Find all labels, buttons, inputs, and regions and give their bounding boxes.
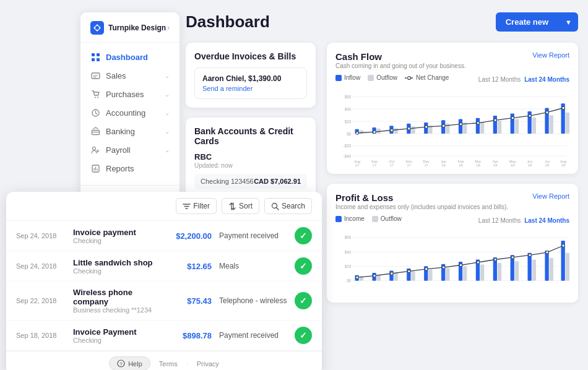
svg-line-140 bbox=[277, 207, 279, 209]
bank-updated-text: Updated: now bbox=[194, 162, 307, 169]
svg-text:17: 17 bbox=[355, 163, 360, 167]
svg-text:18: 18 bbox=[561, 163, 566, 167]
svg-text:18: 18 bbox=[528, 163, 532, 167]
sales-icon bbox=[90, 71, 100, 80]
svg-point-135 bbox=[511, 256, 514, 259]
bank-account-row[interactable]: Checking 123456 CAD $7,062.91 bbox=[194, 174, 307, 189]
sidebar-item-reports-label: Reports bbox=[106, 164, 134, 173]
page-title: Dashboard bbox=[186, 12, 270, 32]
svg-text:-$20: -$20 bbox=[344, 144, 352, 148]
help-button[interactable]: ? Help bbox=[109, 356, 150, 370]
bank-accounts-card: Bank Accounts & Credit Cards RBC Updated… bbox=[186, 118, 316, 197]
svg-point-11 bbox=[92, 147, 95, 150]
svg-rect-39 bbox=[459, 119, 462, 134]
svg-rect-125 bbox=[566, 253, 569, 281]
table-row[interactable]: Sep 24, 2018 Invoice payment Checking $2… bbox=[6, 221, 322, 251]
txn-category-2: Meals bbox=[219, 262, 287, 270]
svg-point-137 bbox=[546, 251, 549, 254]
txn-sub-4: Checking bbox=[73, 337, 155, 344]
check-icon-3: ✓ bbox=[300, 296, 307, 306]
sidebar-item-banking[interactable]: Banking ⌄ bbox=[80, 122, 179, 140]
profit-loss-subtitle: Income and expenses only (includes unpai… bbox=[335, 204, 508, 210]
txn-date-1: Sep 24, 2018 bbox=[16, 232, 66, 239]
sidebar-item-sales[interactable]: Sales ⌄ bbox=[80, 66, 179, 85]
table-row[interactable]: Sep 24, 2018 Little sandwich shop Checki… bbox=[6, 251, 322, 282]
sidebar-expand-icon[interactable]: › bbox=[167, 24, 170, 32]
svg-text:18: 18 bbox=[511, 163, 515, 167]
cash-flow-card: Cash Flow Cash coming in and going out o… bbox=[327, 43, 578, 174]
sidebar-item-sales-label: Sales bbox=[106, 71, 126, 80]
svg-rect-109 bbox=[428, 270, 432, 281]
cash-flow-last24-tab[interactable]: Last 24 Months bbox=[524, 76, 569, 83]
profit-loss-header: Profit & Loss Income and expenses only (… bbox=[335, 192, 569, 210]
profit-loss-last24-tab[interactable]: Last 24 Months bbox=[524, 217, 569, 224]
bank-balance: CAD $7,062.91 bbox=[254, 178, 301, 185]
net-change-label: Net Change bbox=[416, 74, 449, 81]
profit-loss-last12-tab[interactable]: Last 12 Months bbox=[478, 217, 521, 224]
svg-text:Oct: Oct bbox=[389, 160, 394, 163]
svg-point-63 bbox=[529, 114, 532, 118]
profit-loss-view-report[interactable]: View Report bbox=[532, 192, 569, 200]
sidebar-item-payroll[interactable]: Payroll ⌄ bbox=[80, 140, 179, 159]
cash-flow-last12-tab[interactable]: Last 12 Months bbox=[478, 76, 521, 83]
txn-sub-3: Business checking **1234 bbox=[73, 306, 155, 314]
filter-icon bbox=[183, 202, 191, 210]
sort-button[interactable]: Sort bbox=[222, 198, 259, 214]
invoice-item[interactable]: Aaron Chiel, $1,390.00 Send a reminder bbox=[194, 67, 307, 99]
search-button[interactable]: Search bbox=[264, 198, 312, 214]
dashboard-icon bbox=[90, 52, 100, 62]
svg-point-14 bbox=[408, 76, 411, 79]
legend-income: Income bbox=[335, 215, 365, 222]
sidebar-item-accounting-label: Accounting bbox=[106, 108, 145, 118]
filter-button[interactable]: Filter bbox=[176, 198, 217, 214]
bank-account-number: Checking 123456 bbox=[201, 178, 254, 185]
profit-loss-title: Profit & Loss bbox=[335, 192, 508, 203]
purchases-chevron-icon: ⌄ bbox=[165, 91, 170, 98]
svg-rect-123 bbox=[550, 258, 553, 281]
svg-text:-$40: -$40 bbox=[344, 154, 352, 158]
sidebar-item-accounting[interactable]: Accounting ⌄ bbox=[80, 103, 179, 122]
svg-text:$40: $40 bbox=[345, 107, 352, 111]
svg-text:$40: $40 bbox=[345, 250, 352, 254]
txn-amount-1: $2,200.00 bbox=[162, 231, 212, 241]
svg-rect-122 bbox=[545, 251, 548, 281]
svg-point-8 bbox=[97, 97, 98, 98]
cash-flow-view-report[interactable]: View Report bbox=[532, 51, 569, 59]
txn-date-2: Sep 24, 2018 bbox=[16, 262, 66, 270]
terms-link[interactable]: Terms bbox=[159, 360, 178, 368]
txn-date-4: Sep 18, 2018 bbox=[16, 332, 66, 339]
svg-point-129 bbox=[408, 270, 411, 273]
svg-text:?: ? bbox=[119, 361, 123, 367]
create-new-button[interactable]: Create new ▼ bbox=[496, 12, 578, 32]
check-icon-1: ✓ bbox=[300, 231, 307, 241]
svg-rect-115 bbox=[480, 265, 484, 281]
txn-amount-2: $12.65 bbox=[162, 262, 212, 271]
table-row[interactable]: Sep 18, 2018 Invoice Payment Checking $8… bbox=[6, 321, 322, 351]
banking-chevron-icon: ⌄ bbox=[165, 128, 170, 135]
sidebar-brand-label: Turnpike Design bbox=[108, 24, 166, 32]
privacy-link[interactable]: Privacy bbox=[197, 360, 219, 368]
sidebar-logo[interactable]: Turnpike Design bbox=[90, 21, 166, 35]
svg-rect-2 bbox=[92, 53, 95, 56]
svg-point-131 bbox=[442, 266, 445, 269]
send-reminder-link[interactable]: Send a reminder bbox=[202, 85, 299, 92]
create-new-dropdown-icon[interactable]: ▼ bbox=[559, 14, 578, 31]
inflow-label: Inflow bbox=[344, 74, 360, 81]
svg-point-126 bbox=[356, 276, 359, 279]
sidebar-item-reports[interactable]: Reports bbox=[80, 159, 179, 178]
bank-name: RBC bbox=[194, 152, 307, 161]
svg-point-64 bbox=[546, 111, 549, 114]
check-icon-4: ✓ bbox=[300, 330, 307, 340]
svg-point-58 bbox=[442, 124, 445, 127]
svg-rect-5 bbox=[97, 58, 100, 61]
sidebar-item-payroll-label: Payroll bbox=[106, 145, 131, 155]
svg-point-56 bbox=[408, 127, 411, 131]
svg-rect-50 bbox=[550, 115, 553, 134]
sidebar-item-purchases[interactable]: Purchases ⌄ bbox=[80, 85, 179, 103]
svg-text:18: 18 bbox=[441, 163, 446, 167]
sidebar-item-dashboard[interactable]: Dashboard bbox=[80, 48, 179, 66]
table-row[interactable]: Sep 22, 2018 Wireless phone company Busi… bbox=[6, 282, 322, 321]
svg-rect-105 bbox=[394, 273, 398, 281]
svg-point-138 bbox=[562, 244, 565, 247]
outflow-legend-box bbox=[368, 75, 374, 81]
